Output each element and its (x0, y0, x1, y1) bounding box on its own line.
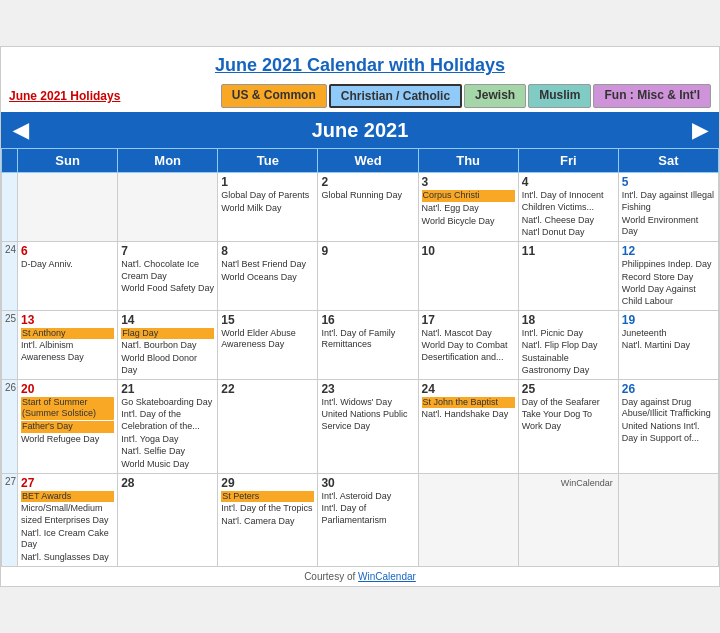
st-peters-label: St Peters (221, 491, 314, 503)
event: World Milk Day (221, 203, 314, 215)
event: Nat'l. Ice Cream Cake Day (21, 528, 114, 551)
table-row: 25 13 St Anthony Int'l. Albinism Awarene… (2, 310, 719, 379)
event: World Music Day (121, 459, 214, 471)
day-number: 23 (321, 382, 414, 396)
day-number: 17 (422, 313, 515, 327)
event: Int'l. Day of Innocent Children Victims.… (522, 190, 615, 213)
controls-bar: June 2021 Holidays US & Common Christian… (1, 80, 719, 112)
calendar-cell-2: 2 Global Running Day (318, 173, 418, 242)
calendar-cell-11: 11 (518, 242, 618, 311)
day-number: 27 (21, 476, 114, 490)
day-number: 14 (121, 313, 214, 327)
event: Juneteenth (622, 328, 715, 340)
day-number: 9 (321, 244, 414, 258)
day-number: 28 (121, 476, 214, 490)
tab-bar: US & Common Christian / Catholic Jewish … (221, 84, 711, 108)
day-number: 10 (422, 244, 515, 258)
calendar-cell-4: 4 Int'l. Day of Innocent Children Victim… (518, 173, 618, 242)
event-st-john: St John the Baptist (422, 397, 515, 409)
day-number: 15 (221, 313, 314, 327)
bet-awards-label: BET Awards (21, 491, 114, 503)
year-label[interactable]: June 2021 Holidays (9, 89, 120, 103)
month-title: June 2021 (312, 119, 409, 142)
day-number: 21 (121, 382, 214, 396)
tab-muslim[interactable]: Muslim (528, 84, 591, 108)
calendar-cell-24: 24 St John the Baptist Nat'l. Handshake … (418, 379, 518, 473)
event: World Food Safety Day (121, 283, 214, 295)
event-flag-day: Flag Day (121, 328, 214, 340)
calendar-cell-empty (418, 473, 518, 566)
event: Day against Drug Abuse/Illicit Trafficki… (622, 397, 715, 420)
table-row: 26 20 Start of Summer (Summer Solstice) … (2, 379, 719, 473)
day-number: 20 (21, 382, 114, 396)
event: Go Skateboarding Day (121, 397, 214, 409)
day-number: 30 (321, 476, 414, 490)
day-number: 12 (622, 244, 715, 258)
event: Nat'l. Bourbon Day (121, 340, 214, 352)
week-number: 25 (2, 310, 18, 379)
event: World Blood Donor Day (121, 353, 214, 376)
event: Nat'l. Martini Day (622, 340, 715, 352)
event: United Nations Int'l. Day in Support of.… (622, 421, 715, 444)
calendar-cell-29: 29 St Peters Int'l. Day of the Tropics N… (218, 473, 318, 566)
week-number (2, 173, 18, 242)
tab-us-common[interactable]: US & Common (221, 84, 327, 108)
col-fri: Fri (518, 149, 618, 173)
event: Nat'l. Sunglasses Day (21, 552, 114, 564)
event-st-peters: St Peters (221, 491, 314, 503)
wincalendar-link[interactable]: WinCalendar (358, 571, 416, 582)
calendar-cell-empty: WinCalendar (518, 473, 618, 566)
st-john-label: St John the Baptist (422, 397, 515, 409)
event: Int'l. Albinism Awareness Day (21, 340, 114, 363)
calendar-cell-empty (118, 173, 218, 242)
week-col-header (2, 149, 18, 173)
event: Int'l. Yoga Day (121, 434, 214, 446)
calendar-cell-22: 22 (218, 379, 318, 473)
event: Nat'l. Handshake Day (422, 409, 515, 421)
event: Take Your Dog To Work Day (522, 409, 615, 432)
event: Int'l. Asteroid Day (321, 491, 414, 503)
event: World Day Against Child Labour (622, 284, 715, 307)
calendar-cell-30: 30 Int'l. Asteroid Day Int'l. Day of Par… (318, 473, 418, 566)
calendar-cell-23: 23 Int'l. Widows' Day United Nations Pub… (318, 379, 418, 473)
event: Philippines Indep. Day (622, 259, 715, 271)
event: Nat'l. Cheese Day (522, 215, 615, 227)
day-number: 13 (21, 313, 114, 327)
event-fathers-day: Father's Day (21, 421, 114, 433)
calendar-cell-14: 14 Flag Day Nat'l. Bourbon Day World Blo… (118, 310, 218, 379)
calendar-cell-17: 17 Nat'l. Mascot Day World Day to Combat… (418, 310, 518, 379)
day-number: 7 (121, 244, 214, 258)
event: Int'l. Widows' Day (321, 397, 414, 409)
calendar-cell-20: 20 Start of Summer (Summer Solstice) Fat… (18, 379, 118, 473)
day-number: 18 (522, 313, 615, 327)
calendar-cell-9: 9 (318, 242, 418, 311)
footer-text: Courtesy of WinCalendar (304, 571, 416, 582)
event-bet-awards: BET Awards (21, 491, 114, 503)
calendar-table: Sun Mon Tue Wed Thu Fri Sat 1 Global Day… (1, 148, 719, 567)
day-number: 29 (221, 476, 314, 490)
week-number: 24 (2, 242, 18, 311)
next-month-button[interactable]: ▶ (692, 118, 707, 142)
week-number: 27 (2, 473, 18, 566)
calendar-cell-10: 10 (418, 242, 518, 311)
prev-month-button[interactable]: ◀ (13, 118, 28, 142)
tab-jewish[interactable]: Jewish (464, 84, 526, 108)
tab-fun[interactable]: Fun : Misc & Int'l (593, 84, 711, 108)
event: Nat'l. Flip Flop Day (522, 340, 615, 352)
calendar-cell-empty (618, 473, 718, 566)
footer: Courtesy of WinCalendar (1, 567, 719, 586)
day-number: 6 (21, 244, 114, 258)
fathers-day-label: Father's Day (21, 421, 114, 433)
calendar-cell-18: 18 Int'l. Picnic Day Nat'l. Flip Flop Da… (518, 310, 618, 379)
event: Nat'l Best Friend Day (221, 259, 314, 271)
event: Int'l. Day of Family Remittances (321, 328, 414, 351)
calendar-cell-19: 19 Juneteenth Nat'l. Martini Day (618, 310, 718, 379)
day-number: 11 (522, 244, 615, 258)
table-row: 27 27 BET Awards Micro/Small/Medium size… (2, 473, 719, 566)
event: Start of Summer (Summer Solstice) (21, 397, 114, 420)
corpus-christi-label: Corpus Christi (422, 190, 515, 202)
tab-christian-catholic[interactable]: Christian / Catholic (329, 84, 462, 108)
calendar-cell-6: 6 D-Day Anniv. (18, 242, 118, 311)
week-number: 26 (2, 379, 18, 473)
day-number: 16 (321, 313, 414, 327)
